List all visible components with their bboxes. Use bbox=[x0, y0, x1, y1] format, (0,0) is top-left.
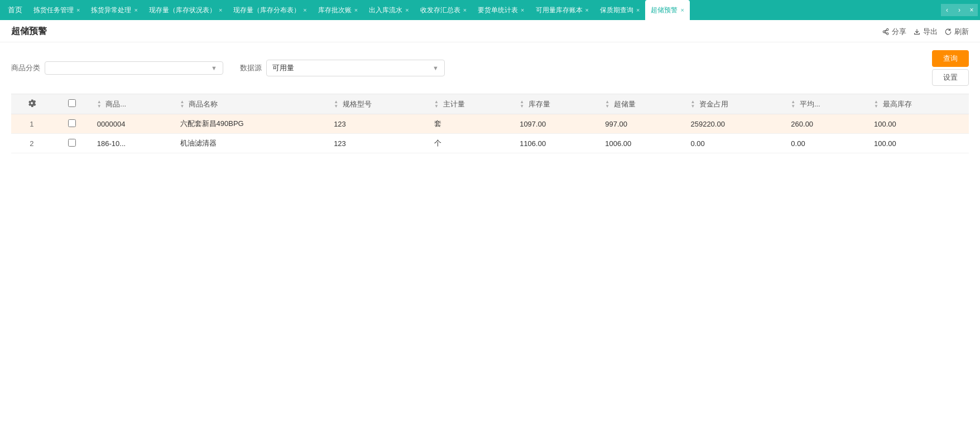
row-avg-0: 260.00 bbox=[785, 114, 868, 134]
sort-icon-capital: ▲▼ bbox=[690, 100, 695, 109]
refresh-button[interactable]: 刷新 bbox=[944, 27, 969, 37]
nav-tab-summary[interactable]: 收发存汇总表 × bbox=[415, 0, 472, 20]
table-row: 1 0000004 六配套新昌490BPG 123 套 1097.00 997.… bbox=[11, 114, 969, 134]
nav-tab-expiry[interactable]: 保质期查询 × bbox=[594, 0, 645, 20]
nav-tab-abnormal-close[interactable]: × bbox=[134, 7, 137, 13]
select-all-checkbox[interactable] bbox=[68, 99, 76, 107]
sort-icon-name: ▲▼ bbox=[180, 100, 185, 109]
col-stock-header[interactable]: ▲▼ 库存量 bbox=[514, 94, 599, 114]
nav-tab-order-stats-label: 要货单统计表 bbox=[478, 6, 518, 15]
col-spec-header[interactable]: ▲▼ 规格型号 bbox=[328, 94, 429, 114]
col-checkbox-header bbox=[52, 94, 92, 114]
row-maxstock-0: 100.00 bbox=[868, 114, 969, 134]
row-checkbox-cell-0 bbox=[52, 114, 92, 134]
page-title: 超储预警 bbox=[11, 26, 47, 37]
datasource-label: 数据源 bbox=[240, 63, 262, 73]
nav-next-button[interactable]: › bbox=[953, 4, 965, 16]
col-unit-label: 主计量 bbox=[443, 100, 465, 108]
sort-icon-avg: ▲▼ bbox=[791, 100, 795, 109]
nav-tab-inventory-status-close[interactable]: × bbox=[219, 7, 222, 13]
nav-tab-overstock-label: 超储预警 bbox=[651, 6, 678, 15]
nav-tab-batch-account-label: 库存批次账 bbox=[318, 6, 352, 15]
sort-icon-code: ▲▼ bbox=[97, 100, 102, 109]
nav-tab-order-stats[interactable]: 要货单统计表 × bbox=[472, 0, 530, 20]
col-overstock-label: 超储量 bbox=[614, 100, 636, 108]
col-avg-header[interactable]: ▲▼ 平均... bbox=[785, 94, 868, 114]
sort-icon-stock: ▲▼ bbox=[520, 100, 524, 109]
col-spec-label: 规格型号 bbox=[343, 100, 372, 108]
nav-tab-available-account-label: 可用量库存账本 bbox=[536, 6, 583, 15]
row-checkbox-0[interactable] bbox=[68, 119, 76, 127]
nav-tab-task-mgmt[interactable]: 拣货任务管理 × bbox=[28, 0, 85, 20]
row-capital-1: 0.00 bbox=[685, 134, 785, 153]
nav-tab-batch-account[interactable]: 库存批次账 × bbox=[313, 0, 363, 20]
nav-tab-batch-account-close[interactable]: × bbox=[354, 7, 358, 13]
nav-tab-flow-close[interactable]: × bbox=[405, 7, 409, 13]
settings-button[interactable]: 设置 bbox=[932, 69, 969, 86]
export-button[interactable]: 导出 bbox=[913, 27, 938, 37]
table-container: ▲▼ 商品... ▲▼ 商品名称 ▲▼ 规格型号 ▲▼ 主计量 ▲▼ 库存量 bbox=[0, 94, 980, 153]
nav-arrow-group: ‹ › × bbox=[941, 4, 978, 16]
row-name-1: 机油滤清器 bbox=[175, 134, 329, 153]
category-select-arrow-icon: ▼ bbox=[211, 65, 217, 71]
row-stock-0: 1097.00 bbox=[514, 114, 599, 134]
nav-close-button[interactable]: × bbox=[965, 4, 978, 16]
nav-tab-summary-close[interactable]: × bbox=[463, 7, 467, 13]
nav-tab-home-label: 首页 bbox=[8, 5, 22, 15]
share-button[interactable]: 分享 bbox=[882, 27, 906, 37]
gear-header-icon[interactable] bbox=[27, 99, 36, 108]
col-name-header[interactable]: ▲▼ 商品名称 bbox=[175, 94, 329, 114]
col-code-label: 商品... bbox=[105, 100, 126, 108]
page-header: 超储预警 分享 导出 刷新 bbox=[0, 20, 980, 42]
category-label: 商品分类 bbox=[11, 63, 40, 73]
row-checkbox-cell-1 bbox=[52, 134, 92, 153]
top-navigation: 首页 拣货任务管理 × 拣货异常处理 × 现存量（库存状况表） × 现存量（库存… bbox=[0, 0, 980, 20]
sort-icon-maxstock: ▲▼ bbox=[874, 100, 878, 109]
nav-tab-order-stats-close[interactable]: × bbox=[521, 7, 524, 13]
table-header-row: ▲▼ 商品... ▲▼ 商品名称 ▲▼ 规格型号 ▲▼ 主计量 ▲▼ 库存量 bbox=[11, 94, 969, 114]
nav-tab-available-account[interactable]: 可用量库存账本 × bbox=[530, 0, 594, 20]
table-row: 2 186-10... 机油滤清器 123 个 1106.00 1006.00 … bbox=[11, 134, 969, 153]
sort-icon-overstock: ▲▼ bbox=[605, 100, 609, 109]
row-num-0: 1 bbox=[11, 114, 52, 134]
share-label: 分享 bbox=[892, 27, 906, 37]
nav-tab-inventory-status[interactable]: 现存量（库存状况表） × bbox=[143, 0, 228, 20]
nav-tab-abnormal[interactable]: 拣货异常处理 × bbox=[85, 0, 143, 20]
nav-tab-inventory-dist[interactable]: 现存量（库存分布表） × bbox=[228, 0, 312, 20]
nav-tab-summary-label: 收发存汇总表 bbox=[420, 6, 460, 15]
sort-icon-unit: ▲▼ bbox=[434, 100, 439, 109]
nav-prev-button[interactable]: ‹ bbox=[941, 4, 953, 16]
row-code-1: 186-10... bbox=[92, 134, 175, 153]
row-spec-0: 123 bbox=[328, 114, 429, 134]
col-unit-header[interactable]: ▲▼ 主计量 bbox=[429, 94, 514, 114]
share-icon bbox=[882, 28, 890, 36]
nav-tab-inventory-dist-close[interactable]: × bbox=[303, 7, 306, 13]
row-unit-0: 套 bbox=[429, 114, 514, 134]
row-overstock-0: 997.00 bbox=[599, 114, 685, 134]
nav-tab-expiry-label: 保质期查询 bbox=[600, 6, 633, 15]
category-select[interactable]: ▼ bbox=[45, 61, 223, 75]
nav-tab-available-account-close[interactable]: × bbox=[585, 7, 589, 13]
row-code-0: 0000004 bbox=[92, 114, 175, 134]
col-overstock-header[interactable]: ▲▼ 超储量 bbox=[599, 94, 685, 114]
col-maxstock-label: 最高库存 bbox=[883, 100, 912, 108]
sort-icon-spec: ▲▼ bbox=[334, 100, 338, 109]
query-button[interactable]: 查询 bbox=[932, 50, 969, 67]
nav-tab-task-mgmt-close[interactable]: × bbox=[76, 7, 80, 13]
filter-area: 商品分类 ▼ 数据源 可用量 ▼ 查询 设置 bbox=[0, 42, 980, 94]
row-checkbox-1[interactable] bbox=[68, 139, 76, 147]
datasource-select[interactable]: 可用量 ▼ bbox=[266, 60, 445, 76]
nav-tab-abnormal-label: 拣货异常处理 bbox=[91, 6, 131, 15]
nav-tab-expiry-close[interactable]: × bbox=[636, 7, 640, 13]
refresh-icon bbox=[944, 28, 952, 36]
col-code-header[interactable]: ▲▼ 商品... bbox=[92, 94, 175, 114]
nav-tab-overstock-close[interactable]: × bbox=[680, 7, 684, 13]
col-capital-header[interactable]: ▲▼ 资金占用 bbox=[685, 94, 785, 114]
nav-tab-flow[interactable]: 出入库流水 × bbox=[363, 0, 414, 20]
nav-tab-home[interactable]: 首页 bbox=[2, 0, 28, 20]
col-maxstock-header[interactable]: ▲▼ 最高库存 bbox=[868, 94, 969, 114]
row-unit-1: 个 bbox=[429, 134, 514, 153]
nav-tab-overstock[interactable]: 超储预警 × bbox=[645, 0, 689, 20]
export-icon bbox=[913, 28, 921, 36]
row-spec-1: 123 bbox=[328, 134, 429, 153]
